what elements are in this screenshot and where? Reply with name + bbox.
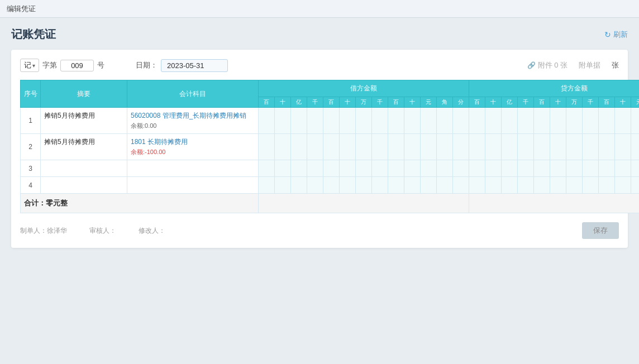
credit-cell-r1-c7[interactable]: [583, 108, 599, 134]
credit-cell-r3-c1[interactable]: [485, 160, 502, 177]
credit-cell-r4-c2[interactable]: [502, 177, 518, 194]
debit-cell-r4-c0[interactable]: [259, 177, 275, 194]
credit-cell-r2-c5[interactable]: [550, 134, 566, 160]
credit-cell-r2-c2[interactable]: [502, 134, 518, 160]
row-account-1[interactable]: 56020008 管理费用_长期待摊费用摊销余额:0.00: [127, 108, 259, 134]
credit-cell-r3-c0[interactable]: [469, 160, 485, 177]
credit-cell-r1-c9[interactable]: [615, 108, 631, 134]
credit-cell-r3-c3[interactable]: [518, 160, 534, 177]
debit-cell-r1-c3[interactable]: [307, 108, 323, 134]
debit-cell-r2-c1[interactable]: [275, 134, 291, 160]
debit-cell-r1-c6[interactable]: [356, 108, 372, 134]
debit-cell-r3-c4[interactable]: [323, 160, 340, 177]
debit-cell-r2-c4[interactable]: [323, 134, 340, 160]
debit-cell-r1-c2[interactable]: [291, 108, 307, 134]
row-account-3[interactable]: [127, 160, 259, 177]
debit-cell-r4-c12[interactable]: [453, 177, 469, 194]
debit-cell-r4-c9[interactable]: [404, 177, 421, 194]
debit-cell-r4-c1[interactable]: [275, 177, 291, 194]
credit-cell-r1-c2[interactable]: [502, 108, 518, 134]
credit-cell-r1-c0[interactable]: [469, 108, 485, 134]
debit-cell-r1-c1[interactable]: [275, 108, 291, 134]
row-summary-4[interactable]: [41, 177, 127, 194]
credit-cell-r2-c6[interactable]: [566, 134, 583, 160]
credit-cell-r1-c6[interactable]: [566, 108, 583, 134]
credit-cell-r1-c1[interactable]: [485, 108, 502, 134]
credit-cell-r4-c9[interactable]: [615, 177, 631, 194]
credit-cell-r4-c10[interactable]: [631, 177, 639, 194]
debit-cell-r2-c2[interactable]: [291, 134, 307, 160]
debit-cell-r3-c0[interactable]: [259, 160, 275, 177]
row-account-4[interactable]: [127, 177, 259, 194]
debit-cell-r2-c10[interactable]: [421, 134, 437, 160]
credit-cell-r4-c6[interactable]: [566, 177, 583, 194]
hao-input[interactable]: [60, 60, 94, 71]
credit-cell-r4-c0[interactable]: [469, 177, 485, 194]
credit-cell-r2-c1[interactable]: [485, 134, 502, 160]
debit-cell-r1-c9[interactable]: [404, 108, 421, 134]
debit-cell-r4-c5[interactable]: [340, 177, 356, 194]
debit-cell-r2-c8[interactable]: [388, 134, 404, 160]
debit-cell-r4-c4[interactable]: [323, 177, 340, 194]
debit-cell-r2-c12[interactable]: [453, 134, 469, 160]
credit-cell-r4-c1[interactable]: [485, 177, 502, 194]
debit-cell-r1-c10[interactable]: [421, 108, 437, 134]
credit-cell-r3-c6[interactable]: [566, 160, 583, 177]
credit-cell-r3-c7[interactable]: [583, 160, 599, 177]
credit-cell-r1-c4[interactable]: [534, 108, 550, 134]
debit-cell-r2-c7[interactable]: [372, 134, 388, 160]
debit-cell-r1-c12[interactable]: [453, 108, 469, 134]
debit-cell-r3-c6[interactable]: [356, 160, 372, 177]
row-summary-1[interactable]: 摊销5月待摊费用: [41, 108, 127, 134]
debit-cell-r4-c3[interactable]: [307, 177, 323, 194]
debit-cell-r3-c3[interactable]: [307, 160, 323, 177]
credit-cell-r2-c0[interactable]: [469, 134, 485, 160]
ji-select[interactable]: 记 ▾: [20, 59, 39, 72]
debit-cell-r2-c9[interactable]: [404, 134, 421, 160]
debit-cell-r4-c2[interactable]: [291, 177, 307, 194]
refresh-button[interactable]: ↻ 刷新: [604, 30, 628, 40]
credit-cell-r3-c10[interactable]: [631, 160, 639, 177]
debit-cell-r3-c8[interactable]: [388, 160, 404, 177]
debit-cell-r4-c8[interactable]: [388, 177, 404, 194]
credit-cell-r4-c3[interactable]: [518, 177, 534, 194]
credit-cell-r3-c9[interactable]: [615, 160, 631, 177]
attach-single-link[interactable]: 附单据: [579, 60, 600, 70]
credit-cell-r3-c8[interactable]: [599, 160, 615, 177]
credit-cell-r1-c5[interactable]: [550, 108, 566, 134]
credit-cell-r4-c8[interactable]: [599, 177, 615, 194]
debit-cell-r2-c0[interactable]: [259, 134, 275, 160]
row-summary-3[interactable]: [41, 160, 127, 177]
debit-cell-r1-c8[interactable]: [388, 108, 404, 134]
debit-cell-r3-c11[interactable]: [437, 160, 453, 177]
debit-cell-r1-c0[interactable]: [259, 108, 275, 134]
save-button[interactable]: 保存: [582, 222, 619, 239]
debit-cell-r3-c10[interactable]: [421, 160, 437, 177]
debit-cell-r1-c4[interactable]: [323, 108, 340, 134]
credit-cell-r2-c9[interactable]: [615, 134, 631, 160]
debit-cell-r4-c6[interactable]: [356, 177, 372, 194]
credit-cell-r3-c4[interactable]: [534, 160, 550, 177]
debit-cell-r2-c3[interactable]: [307, 134, 323, 160]
debit-cell-r4-c11[interactable]: [437, 177, 453, 194]
debit-cell-r2-c11[interactable]: [437, 134, 453, 160]
debit-cell-r3-c12[interactable]: [453, 160, 469, 177]
credit-cell-r3-c5[interactable]: [550, 160, 566, 177]
credit-cell-r2-c4[interactable]: [534, 134, 550, 160]
credit-cell-r2-c3[interactable]: [518, 134, 534, 160]
credit-cell-r1-c10[interactable]: [631, 108, 639, 134]
debit-cell-r4-c10[interactable]: [421, 177, 437, 194]
debit-cell-r3-c5[interactable]: [340, 160, 356, 177]
credit-cell-r2-c10[interactable]: [631, 134, 639, 160]
row-summary-2[interactable]: 摊销5月待摊费用: [41, 134, 127, 160]
credit-cell-r4-c7[interactable]: [583, 177, 599, 194]
debit-cell-r1-c5[interactable]: [340, 108, 356, 134]
debit-cell-r3-c2[interactable]: [291, 160, 307, 177]
credit-cell-r1-c3[interactable]: [518, 108, 534, 134]
debit-cell-r1-c11[interactable]: [437, 108, 453, 134]
debit-cell-r3-c9[interactable]: [404, 160, 421, 177]
credit-cell-r4-c5[interactable]: [550, 177, 566, 194]
date-input[interactable]: [161, 59, 228, 72]
debit-cell-r3-c1[interactable]: [275, 160, 291, 177]
debit-cell-r2-c6[interactable]: [356, 134, 372, 160]
